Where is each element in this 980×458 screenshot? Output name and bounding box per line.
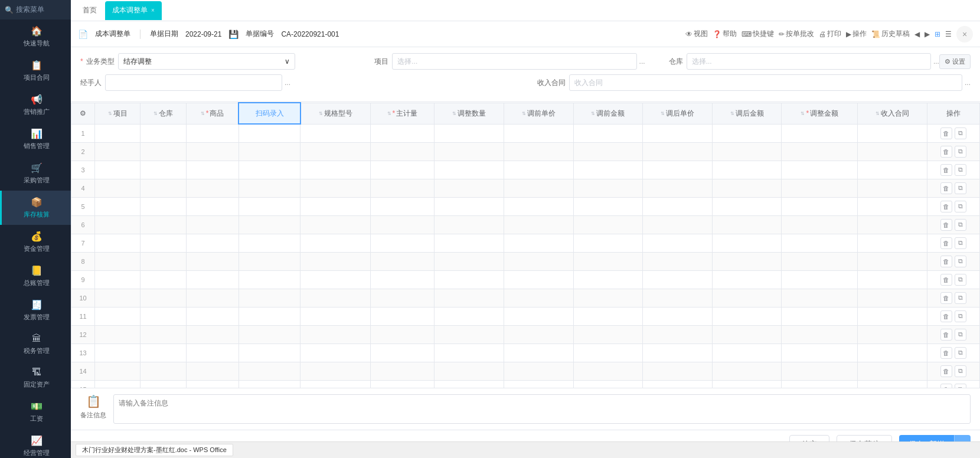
cell-action-4[interactable]: 🗑 ⧉ [927,179,979,197]
cell-adjust_amount-7[interactable] [782,234,858,252]
cell-project-11[interactable] [95,307,141,325]
cell-prev_amount-6[interactable] [573,215,643,234]
cell-project-9[interactable] [95,270,141,289]
warehouse-select[interactable]: 选择... [687,53,931,70]
settings-col-icon[interactable]: ⚙ [80,109,86,117]
cell-after_price-8[interactable] [643,252,713,270]
cell-prev_amount-8[interactable] [573,252,643,270]
cell-scan-10[interactable] [239,289,300,307]
sidebar-item-project-contract[interactable]: 📋项目合同 [0,54,71,88]
th-warehouse[interactable]: ⇅仓库 [141,103,186,124]
cell-after_amount-3[interactable] [712,161,782,179]
cell-unit-3[interactable] [370,161,435,179]
cell-adjust_qty-6[interactable] [435,215,504,234]
cell-unit-13[interactable] [370,344,435,362]
tab-home[interactable]: 首页 [76,1,104,20]
cell-goods-11[interactable] [186,307,239,325]
cell-action-6[interactable]: 🗑 ⧉ [927,215,979,234]
delete-row-btn-3[interactable]: 🗑 [940,164,952,176]
cell-warehouse-6[interactable] [141,215,186,234]
cell-project-10[interactable] [95,289,141,307]
cell-after_price-1[interactable] [643,124,713,142]
cell-prev_amount-2[interactable] [573,142,643,161]
sidebar-item-inventory[interactable]: 📦库存核算 [0,191,71,225]
sidebar-item-sales[interactable]: 📊销售管理 [0,122,71,156]
copy-row-btn-1[interactable]: ⧉ [955,127,966,139]
cell-action-7[interactable]: 🗑 ⧉ [927,234,979,252]
cell-project-2[interactable] [95,142,141,161]
cell-project-4[interactable] [95,179,141,197]
cell-adjust_amount-5[interactable] [782,197,858,215]
sidebar-item-ledger[interactable]: 📒总账管理 [0,259,71,293]
cell-after_price-13[interactable] [643,344,713,362]
delete-row-btn-13[interactable]: 🗑 [940,347,952,359]
cell-prev_price-2[interactable] [504,142,573,161]
cell-prev_amount-15[interactable] [573,380,643,388]
sidebar-item-quick-nav[interactable]: 🏠快速导航 [0,19,71,54]
cell-scan-14[interactable] [239,362,300,380]
cell-income_contract-1[interactable] [858,124,927,142]
cell-action-10[interactable]: 🗑 ⧉ [927,289,979,307]
cell-warehouse-12[interactable] [141,325,186,344]
cell-warehouse-3[interactable] [141,161,186,179]
cell-unit-1[interactable] [370,124,435,142]
cell-prev_price-5[interactable] [504,197,573,215]
cell-after_price-15[interactable] [643,380,713,388]
cell-goods-1[interactable] [186,124,239,142]
cell-income_contract-7[interactable] [858,234,927,252]
cell-goods-13[interactable] [186,344,239,362]
taskbar-wps-item[interactable]: 木门行业好业财处理方案-墨红红.doc - WPS Office [76,444,233,456]
cell-after_amount-7[interactable] [712,234,782,252]
delete-row-btn-10[interactable]: 🗑 [940,292,952,304]
cell-adjust_qty-8[interactable] [435,252,504,270]
cell-income_contract-12[interactable] [858,325,927,344]
cell-goods-6[interactable] [186,215,239,234]
cell-spec-10[interactable] [300,289,370,307]
cell-settings-13[interactable]: 13 [71,344,95,362]
cell-spec-14[interactable] [300,362,370,380]
sidebar-item-operations[interactable]: 📈经营管理 [0,429,71,458]
agent-select[interactable] [105,74,282,91]
cell-scan-4[interactable] [239,179,300,197]
print-btn[interactable]: 🖨 打印 [819,29,841,39]
history-btn[interactable]: 📜 历史草稿 [871,29,910,39]
cell-project-8[interactable] [95,252,141,270]
th-after_price[interactable]: ⇅调后单价 [643,103,713,124]
cell-settings-6[interactable]: 6 [71,215,95,234]
cell-settings-7[interactable]: 7 [71,234,95,252]
cell-warehouse-11[interactable] [141,307,186,325]
cell-spec-15[interactable] [300,380,370,388]
cell-action-9[interactable]: 🗑 ⧉ [927,270,979,289]
warehouse-dots-btn[interactable]: ... [933,57,939,66]
cell-income_contract-15[interactable] [858,380,927,388]
cell-spec-5[interactable] [300,197,370,215]
cell-after_amount-13[interactable] [712,344,782,362]
cell-goods-12[interactable] [186,325,239,344]
cell-after_price-11[interactable] [643,307,713,325]
cell-adjust_qty-5[interactable] [435,197,504,215]
cell-income_contract-14[interactable] [858,362,927,380]
sidebar-item-tax[interactable]: 🏛税务管理 [0,328,71,361]
cell-action-11[interactable]: 🗑 ⧉ [927,307,979,325]
copy-row-btn-9[interactable]: ⧉ [955,274,966,286]
cell-adjust_qty-7[interactable] [435,234,504,252]
cell-settings-11[interactable]: 11 [71,307,95,325]
cell-settings-1[interactable]: 1 [71,124,95,142]
cell-goods-2[interactable] [186,142,239,161]
project-dots-btn[interactable]: ... [639,57,645,66]
cell-scan-8[interactable] [239,252,300,270]
copy-row-btn-2[interactable]: ⧉ [955,146,966,158]
cell-income_contract-13[interactable] [858,344,927,362]
sidebar-search[interactable]: 🔍 搜索菜单 [0,0,71,19]
cell-adjust_amount-10[interactable] [782,289,858,307]
cell-project-15[interactable] [95,380,141,388]
cell-adjust_amount-15[interactable] [782,380,858,388]
cell-adjust_qty-1[interactable] [435,124,504,142]
copy-row-btn-3[interactable]: ⧉ [955,164,966,176]
cell-spec-11[interactable] [300,307,370,325]
cell-project-13[interactable] [95,344,141,362]
delete-row-btn-14[interactable]: 🗑 [940,365,952,377]
cell-prev_amount-14[interactable] [573,362,643,380]
delete-row-btn-8[interactable]: 🗑 [940,256,952,267]
cell-scan-1[interactable] [239,124,300,142]
